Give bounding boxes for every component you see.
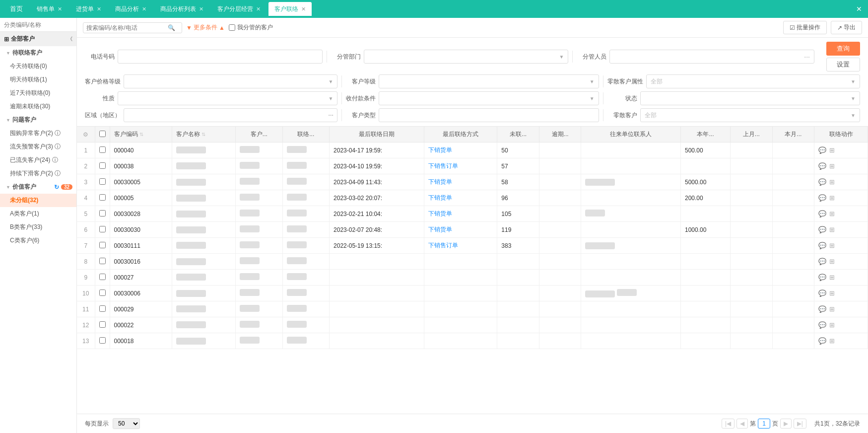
grid-action-icon[interactable]: ⊞ (829, 194, 835, 202)
close-all-button[interactable]: ✕ (854, 3, 864, 15)
grid-action-icon[interactable]: ⊞ (829, 210, 835, 217)
sidebar-item-b-class[interactable]: B类客户(33) (0, 220, 76, 234)
grid-action-icon[interactable]: ⊞ (829, 242, 835, 249)
reset-button[interactable]: 设置 (826, 58, 860, 72)
sidebar-item-abnormal[interactable]: 囤购异常客户(2) ⓘ (0, 127, 76, 140)
customer-level-select[interactable]: ▼ (379, 74, 599, 88)
price-level-select[interactable]: ▼ (124, 74, 337, 88)
contact-method-link[interactable]: 下销售订单 (428, 242, 458, 249)
contact-method-link[interactable]: 下销货单 (428, 194, 452, 201)
my-customers-check[interactable] (229, 24, 235, 31)
grid-action-icon[interactable]: ⊞ (829, 337, 835, 345)
chat-icon[interactable]: 💬 (818, 162, 826, 170)
sidebar-item-today[interactable]: 今天待联络(0) (0, 60, 76, 73)
person-select[interactable]: ··· (609, 50, 814, 64)
close-icon[interactable]: ✕ (142, 6, 146, 12)
row-type (236, 174, 282, 190)
sidebar-item-a-class[interactable]: A类客户(1) (0, 207, 76, 220)
nature-select[interactable]: ▼ (118, 91, 337, 105)
prev-page-button[interactable]: ◀ (736, 419, 748, 429)
chat-icon[interactable]: 💬 (818, 194, 826, 202)
chat-icon[interactable]: 💬 (818, 210, 826, 217)
grid-action-icon[interactable]: ⊞ (829, 226, 835, 233)
search-icon[interactable]: 🔍 (168, 24, 175, 31)
sidebar-group-pending[interactable]: ▼ 待联络客户 (0, 46, 76, 60)
grid-action-icon[interactable]: ⊞ (829, 258, 835, 265)
nav-home[interactable]: 首页 (4, 4, 29, 13)
table-row: 1000030006 💬 ⊞ (77, 286, 868, 301)
grid-action-icon[interactable]: ⊞ (829, 146, 835, 154)
sidebar-item-overdue[interactable]: 逾期未联络(30) (0, 100, 76, 113)
row-type (236, 317, 282, 333)
select-all-checkbox[interactable] (99, 131, 106, 137)
chat-icon[interactable]: 💬 (818, 305, 826, 313)
chat-icon[interactable]: 💬 (818, 289, 826, 297)
close-icon[interactable]: ✕ (256, 6, 261, 12)
first-page-button[interactable]: |◀ (722, 419, 734, 429)
status-select[interactable]: ▼ (640, 91, 860, 105)
customer-type-select[interactable] (379, 108, 599, 122)
grid-action-icon[interactable]: ⊞ (829, 305, 835, 313)
contact-method-link[interactable]: 下销货单 (428, 178, 452, 185)
sidebar-item-declining[interactable]: 持续下滑客户(2) ⓘ (0, 167, 76, 180)
row-this-year (680, 301, 730, 317)
query-button[interactable]: 查询 (826, 42, 860, 56)
nav-tab-customer-contact[interactable]: 客户联络 ✕ (268, 2, 312, 16)
sort-icon[interactable]: ⇅ (139, 132, 143, 137)
next-page-button[interactable]: ▶ (780, 419, 792, 429)
sidebar-item-churn-warning[interactable]: 流失预警客户(3) ⓘ (0, 140, 76, 153)
dept-select[interactable]: ▼ (364, 50, 569, 64)
sidebar-item-churned[interactable]: 已流失客户(24) ⓘ (0, 153, 76, 167)
row-last-month (731, 222, 773, 238)
close-icon[interactable]: ✕ (58, 6, 62, 12)
per-page-select[interactable]: 50 100 (113, 418, 140, 429)
grid-action-icon[interactable]: ⊞ (829, 162, 835, 170)
phone-input[interactable] (118, 50, 323, 64)
chat-icon[interactable]: 💬 (818, 258, 826, 265)
retail-attr-select[interactable]: 全部 ▼ (646, 74, 860, 88)
chat-icon[interactable]: 💬 (818, 226, 826, 233)
nav-tab-analysis[interactable]: 商品分析 ✕ (109, 2, 152, 16)
refresh-icon[interactable]: ↻ (54, 184, 59, 191)
payment-select[interactable]: ▼ (379, 91, 599, 105)
contact-method-link[interactable]: 下销货单 (428, 146, 452, 153)
nav-tab-customer-segment[interactable]: 客户分层经营 ✕ (211, 2, 267, 16)
chat-icon[interactable]: 💬 (818, 337, 826, 345)
close-icon[interactable]: ✕ (199, 6, 203, 12)
sidebar-all-customers[interactable]: ⊞ 全部客户 《 (0, 32, 76, 46)
chat-icon[interactable]: 💬 (818, 146, 826, 154)
sidebar-item-7days[interactable]: 近7天待联络(0) (0, 86, 76, 100)
export-button[interactable]: ↗ 导出 (831, 21, 862, 34)
chat-icon[interactable]: 💬 (818, 321, 826, 329)
settings-icon[interactable]: ⚙ (83, 131, 88, 138)
filter-search-input[interactable] (86, 24, 166, 31)
contact-method-link[interactable]: 下销货单 (428, 226, 452, 233)
sidebar-group-value[interactable]: ▼ 价值客户 ↻ 32 (0, 180, 76, 194)
my-customers-checkbox[interactable]: 我分管的客户 (229, 23, 273, 32)
chat-icon[interactable]: 💬 (818, 242, 826, 249)
close-icon[interactable]: ✕ (97, 6, 101, 12)
more-conditions-button[interactable]: ▼ 更多条件 ▲ (186, 23, 225, 32)
sidebar-search-input[interactable] (4, 21, 77, 28)
sidebar-item-tomorrow[interactable]: 明天待联络(1) (0, 73, 76, 86)
area-select[interactable]: ··· (124, 108, 337, 122)
batch-op-button[interactable]: ☑ 批量操作 (783, 21, 827, 34)
contact-method-link[interactable]: 下销售订单 (428, 162, 458, 169)
sidebar-group-problem[interactable]: ▼ 问题客户 (0, 113, 76, 127)
nav-tab-sales[interactable]: 销售单 ✕ (31, 2, 68, 16)
nav-tab-purchase[interactable]: 进货单 ✕ (70, 2, 107, 16)
grid-action-icon[interactable]: ⊞ (829, 274, 835, 281)
chat-icon[interactable]: 💬 (818, 178, 826, 186)
contact-method-link[interactable]: 下销货单 (428, 210, 452, 217)
sidebar-item-unassigned[interactable]: 未分组(32) (0, 194, 76, 207)
retail-select[interactable]: 全部 ▼ (640, 108, 860, 122)
sort-icon[interactable]: ⇅ (201, 132, 205, 137)
grid-action-icon[interactable]: ⊞ (829, 321, 835, 329)
sidebar-item-c-class[interactable]: C类客户(6) (0, 234, 76, 247)
last-page-button[interactable]: ▶| (794, 419, 806, 429)
grid-action-icon[interactable]: ⊞ (829, 289, 835, 297)
grid-action-icon[interactable]: ⊞ (829, 178, 835, 186)
nav-tab-analysis-list[interactable]: 商品分析列表 ✕ (154, 2, 209, 16)
chat-icon[interactable]: 💬 (818, 274, 826, 281)
close-icon[interactable]: ✕ (301, 6, 306, 12)
